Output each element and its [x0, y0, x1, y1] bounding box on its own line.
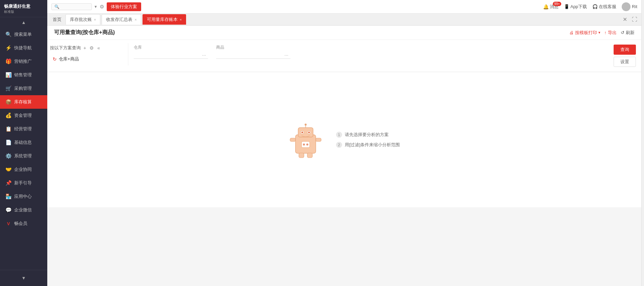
logo-sub: 标准版	[4, 9, 43, 14]
topbar-dropdown-icon[interactable]: ▾	[95, 4, 97, 9]
sidebar-item-basic[interactable]: 📄 基础信息	[0, 136, 47, 149]
sidebar-item-system[interactable]: ⚙️ 系统管理	[0, 149, 47, 163]
sidebar-item-label: 资金管理	[14, 112, 32, 119]
scheme-item-warehouse[interactable]: ↻ 仓库+商品	[50, 54, 125, 64]
settings-scheme-btn[interactable]: ⚙	[89, 45, 95, 51]
sidebar-item-inventory[interactable]: 📦 库存核算	[0, 95, 47, 109]
topbar-app-download[interactable]: 📱 App下载	[564, 4, 587, 10]
box-icon: 📦	[5, 99, 11, 105]
sidebar-bottom: ▼	[0, 270, 47, 286]
sidebar-item-appstore[interactable]: 🏪 应用中心	[0, 190, 47, 203]
product-more-btn[interactable]: ···	[284, 52, 289, 58]
tab-close-window-btn[interactable]: ✕	[621, 16, 628, 23]
right-edge-scrollbar[interactable]	[641, 0, 644, 286]
tip-num-1: 1	[336, 132, 342, 138]
topbar-user[interactable]: Rit	[622, 2, 637, 11]
empty-tips: 1 请先选择要分析的方案 2 用[过滤]条件来缩小分析范围	[336, 132, 400, 148]
gear-icon: ⚙️	[5, 153, 11, 159]
svg-rect-12	[302, 141, 310, 148]
empty-state-content: 1 请先选择要分析的方案 2 用[过滤]条件来缩小分析范围	[289, 123, 400, 157]
topbar-gear-icon[interactable]: ⚙	[100, 4, 104, 10]
empty-tip-2: 2 用[过滤]条件来缩小分析范围	[336, 142, 400, 148]
sidebar-item-label: 畅会员	[14, 220, 27, 227]
topbar-search-box[interactable]: 🔍	[51, 3, 92, 10]
collapse-scheme-btn[interactable]: «	[97, 45, 101, 51]
sidebar-item-finance[interactable]: 💰 资金管理	[0, 109, 47, 122]
export-icon: ↑	[604, 30, 607, 35]
svg-point-13	[303, 144, 305, 146]
empty-tip-1: 1 请先选择要分析的方案	[336, 132, 400, 138]
settings-button[interactable]: 设置	[614, 57, 636, 67]
product-input-row: ···	[216, 52, 290, 59]
product-label: 商品	[216, 45, 290, 50]
main-area: 🔍 ▾ ⚙ 体验行业方案 🔔 消息 99+ 📱 App下载 🎧 在线客服 Rit	[47, 0, 641, 286]
sidebar-scroll-down[interactable]: ▼	[20, 274, 27, 282]
topbar-trial-button[interactable]: 体验行业方案	[107, 2, 141, 11]
sidebar-item-label: 企业协同	[14, 166, 32, 173]
filter-actions-side: 查询 设置	[614, 43, 641, 68]
document-icon: 📄	[5, 139, 11, 146]
sidebar-item-purchase[interactable]: 🛒 采购管理	[0, 82, 47, 95]
topbar-message[interactable]: 🔔 消息 99+	[543, 4, 559, 10]
sidebar-nav: 🔍 搜索菜单 ⚡ 快捷导航 🎁 营销推广 📊 销售管理 🛒 采购管理 📦 库存核…	[0, 28, 47, 270]
page-title: 可用量查询(按仓库+商品)	[54, 29, 115, 36]
sidebar-item-label: 营销推广	[14, 58, 32, 64]
scheme-item-label: 仓库+商品	[59, 56, 79, 62]
sidebar-item-operation[interactable]: 📋 经营管理	[0, 122, 47, 136]
clipboard-icon: 📋	[5, 126, 11, 132]
empty-robot-illustration	[289, 123, 323, 157]
pin-icon: 📌	[5, 180, 11, 186]
headset-icon: 🎧	[592, 4, 598, 9]
tab-close-receipt[interactable]: ×	[134, 18, 136, 22]
refresh-btn[interactable]: ↺ 刷新	[621, 30, 635, 36]
page-content: 可用量查询(按仓库+商品) 🖨 按模板打印 ▾ ↑ 导出 ↺ 刷新	[47, 26, 641, 286]
warehouse-more-btn[interactable]: ···	[201, 52, 207, 58]
topbar-search-input[interactable]	[61, 4, 88, 9]
sidebar-item-search[interactable]: 🔍 搜索菜单	[0, 28, 47, 41]
topbar-search-icon: 🔍	[54, 4, 59, 9]
topbar-right: 🔔 消息 99+ 📱 App下载 🎧 在线客服 Rit	[543, 2, 637, 11]
sidebar-item-quicknav[interactable]: ⚡ 快捷导航	[0, 41, 47, 55]
topbar-online-service[interactable]: 🎧 在线客服	[592, 4, 616, 10]
filter-scheme-label: 按以下方案查询	[50, 45, 81, 51]
bell-icon: 🔔	[543, 4, 549, 9]
tabs-bar-right: ✕ ⛶	[621, 16, 639, 23]
tab-expand-btn[interactable]: ⛶	[630, 16, 639, 23]
sidebar-item-member[interactable]: V 畅会员	[0, 217, 47, 230]
tab-label: 库存批次账	[70, 17, 92, 23]
tip-num-2: 2	[336, 142, 342, 148]
tab-home[interactable]: 首页	[50, 15, 64, 25]
product-input[interactable]	[217, 53, 282, 58]
sidebar-item-label: 基础信息	[14, 139, 32, 146]
sidebar-item-newbie[interactable]: 📌 新手引导	[0, 176, 47, 190]
tab-receipt[interactable]: 收发存汇总表 ×	[102, 14, 141, 25]
filter-scheme-header: 按以下方案查询 + ⚙ «	[50, 45, 125, 51]
sidebar-item-enterprise[interactable]: 🤝 企业协同	[0, 163, 47, 176]
tab-available[interactable]: 可用量库存账本 ×	[143, 14, 186, 25]
warehouse-input-row: ···	[134, 52, 208, 59]
svg-rect-9	[316, 138, 321, 141]
tab-label: 可用量库存账本	[147, 17, 178, 23]
refresh-icon: ↺	[621, 30, 624, 35]
empty-state: 1 请先选择要分析的方案 2 用[过滤]条件来缩小分析范围	[47, 72, 641, 207]
export-btn[interactable]: ↑ 导出	[604, 30, 617, 36]
page-header-actions: 🖨 按模板打印 ▾ ↑ 导出 ↺ 刷新	[569, 30, 635, 36]
user-name: Rit	[632, 4, 637, 9]
store-icon: 🏪	[5, 193, 11, 200]
sidebar-item-sales[interactable]: 📊 销售管理	[0, 68, 47, 82]
svg-point-14	[306, 144, 308, 146]
tab-batch[interactable]: 库存批次账 ×	[66, 14, 100, 25]
sidebar-item-weixin[interactable]: 💬 企业微信	[0, 203, 47, 217]
sidebar-scroll-up[interactable]: ▲	[20, 19, 27, 26]
add-scheme-btn[interactable]: +	[83, 45, 87, 51]
chat-icon: 💬	[5, 207, 11, 213]
print-template-btn[interactable]: 🖨 按模板打印 ▾	[569, 30, 600, 36]
svg-point-5	[308, 132, 310, 133]
tab-close-available[interactable]: ×	[180, 18, 182, 22]
sidebar-item-label: 经营管理	[14, 126, 32, 132]
tab-close-batch[interactable]: ×	[94, 18, 96, 22]
vip-icon: V	[5, 221, 11, 226]
sidebar-item-marketing[interactable]: 🎁 营销推广	[0, 55, 47, 68]
warehouse-input[interactable]	[135, 53, 200, 58]
query-button[interactable]: 查询	[614, 45, 636, 55]
